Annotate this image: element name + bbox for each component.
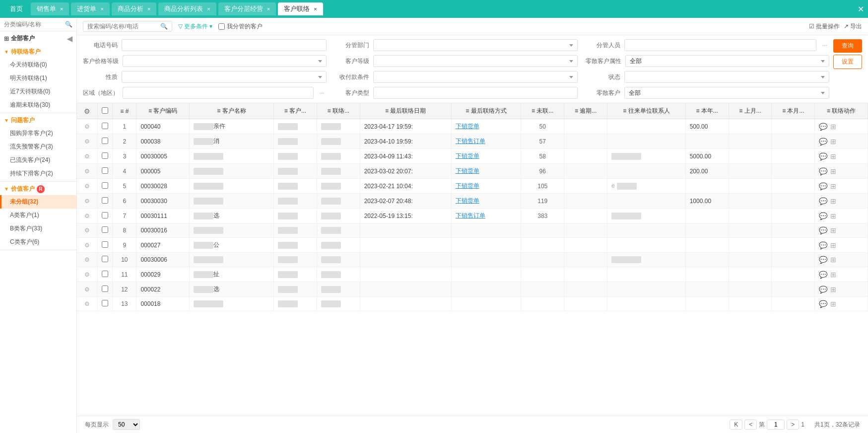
row-settings-icon[interactable]: ⚙ xyxy=(84,153,90,160)
row-settings-icon[interactable]: ⚙ xyxy=(84,300,90,307)
first-page-btn[interactable]: K xyxy=(730,420,742,430)
chat-icon[interactable]: 💬 xyxy=(819,197,827,205)
chat-icon[interactable]: 💬 xyxy=(819,182,827,190)
price-level-select[interactable] xyxy=(123,55,327,67)
grid-action-icon[interactable]: ⊞ xyxy=(830,182,836,190)
grid-action-icon[interactable]: ⊞ xyxy=(830,286,836,293)
sidebar-item-churn-risk[interactable]: 流失预警客户(3) xyxy=(0,140,76,153)
grid-action-icon[interactable]: ⊞ xyxy=(830,152,836,160)
row-check[interactable] xyxy=(102,256,108,262)
row-settings[interactable]: ⚙ xyxy=(77,238,98,253)
row-checkbox[interactable] xyxy=(98,267,113,282)
sidebar-item-today[interactable]: 今天待联络(0) xyxy=(0,58,76,72)
sidebar-item-b-class[interactable]: B类客户(33) xyxy=(0,222,76,235)
col-settings[interactable]: ⚙ xyxy=(77,103,98,119)
row-check[interactable] xyxy=(102,152,108,159)
chat-icon[interactable]: 💬 xyxy=(819,123,827,131)
all-customers-header[interactable]: ⊞ 全部客户 ◀ xyxy=(0,31,76,46)
filter-search-input[interactable] xyxy=(87,23,158,30)
sidebar-item-abnormal[interactable]: 囤购异常客户(2) xyxy=(0,127,76,140)
row-settings[interactable]: ⚙ xyxy=(77,209,98,223)
grid-action-icon[interactable]: ⊞ xyxy=(830,212,836,220)
row-action[interactable]: 💬 ⊞ xyxy=(815,149,868,164)
row-check[interactable] xyxy=(102,286,108,292)
batch-ops-btn[interactable]: ☑ 批量操作 xyxy=(809,22,840,31)
table-settings-icon[interactable]: ⚙ xyxy=(84,107,90,115)
sidebar-item-overdue[interactable]: 逾期未联络(30) xyxy=(0,98,76,112)
nature-select[interactable] xyxy=(122,71,327,83)
sidebar-item-week[interactable]: 近7天待联络(0) xyxy=(0,85,76,98)
chat-icon[interactable]: 💬 xyxy=(819,241,827,249)
row-settings[interactable]: ⚙ xyxy=(77,134,98,149)
reset-button[interactable]: 设置 xyxy=(833,55,862,69)
grid-action-icon[interactable]: ⊞ xyxy=(830,256,836,264)
chat-icon[interactable]: 💬 xyxy=(819,300,827,308)
row-last-contact-method[interactable]: 下销货单 xyxy=(451,119,521,134)
sidebar-collapse-icon[interactable]: ◀ xyxy=(67,35,72,43)
chat-icon[interactable]: 💬 xyxy=(819,226,827,234)
row-checkbox[interactable] xyxy=(98,119,113,134)
row-settings-icon[interactable]: ⚙ xyxy=(84,138,90,145)
customer-level-select[interactable] xyxy=(373,55,578,67)
window-close-icon[interactable]: ✕ xyxy=(858,4,864,14)
sidebar-item-no-group[interactable]: 未分组(32) xyxy=(0,195,76,209)
region-more-icon[interactable]: ··· xyxy=(318,89,327,96)
row-action[interactable]: 💬 ⊞ xyxy=(815,209,868,223)
row-last-contact-method[interactable]: 下销售订单 xyxy=(451,134,521,149)
row-check[interactable] xyxy=(102,241,108,248)
row-action[interactable]: 💬 ⊞ xyxy=(815,134,868,149)
tab-close-product-analysis[interactable]: × xyxy=(147,6,150,12)
chat-icon[interactable]: 💬 xyxy=(819,256,827,264)
row-settings[interactable]: ⚙ xyxy=(77,297,98,311)
filter-search-icon[interactable]: 🔍 xyxy=(160,23,168,30)
tab-close-customer-segment[interactable]: × xyxy=(267,6,270,12)
row-action[interactable]: 💬 ⊞ xyxy=(815,119,868,134)
row-last-contact-method[interactable]: 下销货单 xyxy=(451,194,521,209)
row-check[interactable] xyxy=(102,138,108,144)
row-settings[interactable]: ⚙ xyxy=(77,253,98,267)
sidebar-section-problem[interactable]: ▼问题客户 xyxy=(0,114,76,127)
grid-action-icon[interactable]: ⊞ xyxy=(830,271,836,279)
region-input[interactable] xyxy=(123,87,314,99)
row-settings-icon[interactable]: ⚙ xyxy=(84,256,90,263)
tab-home[interactable]: 首页 xyxy=(4,2,29,15)
my-customers-checkbox[interactable]: 我分管的客户 xyxy=(218,22,263,31)
retail-attr-select[interactable]: 全部 xyxy=(625,55,829,67)
sidebar-section-value[interactable]: ▼价值客户 R xyxy=(0,183,76,195)
col-checkbox[interactable] xyxy=(98,103,113,119)
row-action[interactable]: 💬 ⊞ xyxy=(815,253,868,267)
grid-action-icon[interactable]: ⊞ xyxy=(830,167,836,175)
row-checkbox[interactable] xyxy=(98,194,113,209)
row-action[interactable]: 💬 ⊞ xyxy=(815,223,868,238)
sidebar-item-lost[interactable]: 已流失客户(24) xyxy=(0,153,76,167)
row-last-contact-method[interactable]: 下销售订单 xyxy=(451,209,521,223)
row-settings[interactable]: ⚙ xyxy=(77,282,98,297)
row-settings-icon[interactable]: ⚙ xyxy=(84,183,90,190)
row-check[interactable] xyxy=(102,212,108,218)
chat-icon[interactable]: 💬 xyxy=(819,152,827,160)
row-checkbox[interactable] xyxy=(98,179,113,194)
row-checkbox[interactable] xyxy=(98,134,113,149)
row-checkbox[interactable] xyxy=(98,149,113,164)
grid-action-icon[interactable]: ⊞ xyxy=(830,197,836,205)
manager-more-icon[interactable]: ··· xyxy=(820,42,829,49)
row-checkbox[interactable] xyxy=(98,253,113,267)
row-settings[interactable]: ⚙ xyxy=(77,149,98,164)
row-settings[interactable]: ⚙ xyxy=(77,179,98,194)
tab-customer-segment[interactable]: 客户分层经营× xyxy=(218,2,276,15)
retail-select[interactable]: 全部 xyxy=(624,87,829,99)
tab-close-customer-contact[interactable]: × xyxy=(314,6,317,12)
row-settings-icon[interactable]: ⚙ xyxy=(84,242,90,249)
row-check[interactable] xyxy=(102,197,108,204)
my-customers-check[interactable] xyxy=(218,23,225,30)
row-last-contact-method[interactable]: 下销货单 xyxy=(451,164,521,179)
row-action[interactable]: 💬 ⊞ xyxy=(815,194,868,209)
row-settings-icon[interactable]: ⚙ xyxy=(84,271,90,278)
tab-close-product-list[interactable]: × xyxy=(207,6,210,12)
grid-action-icon[interactable]: ⊞ xyxy=(830,138,836,145)
row-action[interactable]: 💬 ⊞ xyxy=(815,238,868,253)
grid-action-icon[interactable]: ⊞ xyxy=(830,241,836,249)
page-number-input[interactable] xyxy=(767,420,785,430)
row-checkbox[interactable] xyxy=(98,223,113,238)
row-settings-icon[interactable]: ⚙ xyxy=(84,286,90,293)
